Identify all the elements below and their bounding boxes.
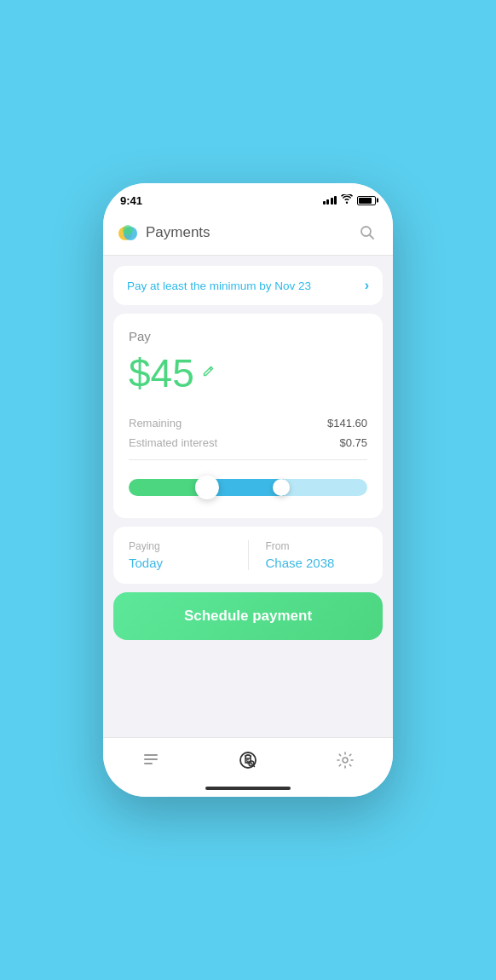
- phone-frame: 9:41: [103, 183, 393, 797]
- edit-amount-icon[interactable]: [201, 365, 215, 382]
- battery-icon: [357, 196, 376, 205]
- svg-point-2: [123, 225, 133, 235]
- paying-label: Paying: [129, 540, 231, 552]
- banner-card[interactable]: Pay at least the minimum by Nov 23 ›: [113, 266, 383, 305]
- interest-label: Estimated interest: [129, 436, 217, 449]
- main-content: Pay at least the minimum by Nov 23 › Pay…: [103, 256, 393, 737]
- slider-thumb-left[interactable]: [195, 476, 219, 499]
- svg-rect-5: [144, 754, 158, 756]
- header: Payments: [103, 214, 393, 256]
- card-divider: [129, 459, 367, 460]
- svg-point-10: [343, 758, 348, 763]
- header-title: Payments: [146, 224, 211, 241]
- app-logo: [117, 222, 139, 244]
- payment-slider[interactable]: [129, 474, 367, 501]
- schedule-payment-button[interactable]: Schedule payment: [113, 592, 383, 640]
- payment-info-card: Paying Today From Chase 2038: [113, 527, 383, 584]
- payments-icon: $: [238, 750, 258, 775]
- interest-row: Estimated interest $0.75: [129, 436, 367, 449]
- pay-label: Pay: [129, 329, 367, 343]
- banner-chevron-icon: ›: [365, 278, 369, 293]
- paying-value[interactable]: Today: [129, 556, 231, 570]
- tab-bar: $: [103, 737, 393, 781]
- slider-thumb-right[interactable]: [273, 479, 290, 496]
- slider-track: [129, 479, 367, 496]
- interest-value: $0.75: [339, 436, 367, 449]
- tab-settings[interactable]: [319, 747, 372, 777]
- status-icons: [323, 194, 377, 206]
- banner-text: Pay at least the minimum by Nov 23: [127, 280, 311, 292]
- paying-section: Paying Today: [129, 540, 231, 570]
- settings-icon: [336, 751, 355, 774]
- status-bar: 9:41: [103, 183, 393, 214]
- remaining-label: Remaining: [129, 417, 182, 429]
- wifi-icon: [341, 194, 353, 206]
- tab-payments[interactable]: $: [221, 747, 275, 778]
- payment-section-divider: [248, 540, 249, 570]
- from-label: From: [266, 540, 368, 552]
- remaining-row: Remaining $141.60: [129, 417, 367, 429]
- pay-card: Pay $45 Remaining $141.60 Estimated inte…: [113, 314, 383, 518]
- transactions-icon: [141, 751, 160, 774]
- from-value[interactable]: Chase 2038: [266, 556, 368, 570]
- tab-transactions[interactable]: [124, 747, 177, 777]
- pay-amount: $45: [129, 350, 194, 396]
- remaining-value: $141.60: [327, 417, 367, 429]
- home-indicator: [103, 781, 393, 797]
- svg-rect-6: [144, 758, 158, 760]
- from-section: From Chase 2038: [266, 540, 368, 570]
- search-button[interactable]: [355, 221, 379, 245]
- svg-rect-7: [144, 763, 153, 764]
- svg-line-4: [370, 235, 374, 239]
- status-time: 9:41: [120, 194, 142, 207]
- signal-bars-icon: [323, 196, 337, 205]
